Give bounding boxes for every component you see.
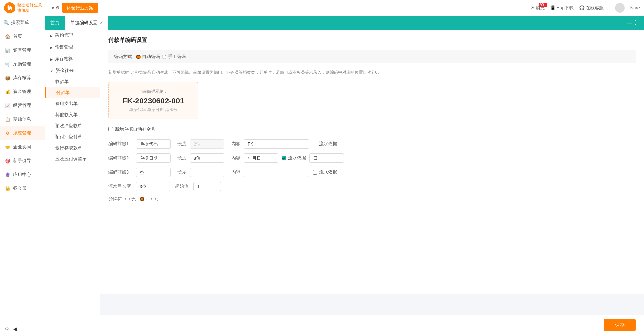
settings-icon[interactable]: ⚙ <box>5 326 9 332</box>
tab-bar: 首页 单据编码设置 ✕ — ⛶ <box>45 16 644 30</box>
subnav-purchase-header[interactable]: 采购管理 <box>45 30 100 41</box>
auto-encode-radio[interactable] <box>136 55 141 59</box>
subnav-sales-header[interactable]: 销售管理 <box>45 41 100 53</box>
tab-home[interactable]: 首页 <box>45 16 65 30</box>
sidebar-item-inventory[interactable]: 📦 库存核算 <box>0 71 45 85</box>
search-icon: 🔍 <box>3 20 9 25</box>
field1-select[interactable]: 单据代码 <box>136 139 171 149</box>
subnav-group-finance: 资金往来 收款单 付款单 费用支出单 其他收入单 预收冲应收单 预付冲应付单 银… <box>45 65 100 165</box>
sep-dash-text: - <box>146 196 147 202</box>
subnav-item-expense[interactable]: 费用支出单 <box>45 98 100 109</box>
sidebar-item-basic[interactable]: 📋 基础信息 <box>0 112 45 126</box>
sidebar-item-sales[interactable]: 📊 销售管理 <box>0 43 45 57</box>
manual-encode-radio[interactable] <box>162 55 166 59</box>
sep-none-radio[interactable] <box>125 197 130 201</box>
subnav-finance-items: 收款单 付款单 费用支出单 其他收入单 预收冲应收单 预付冲应付单 银行存取款单… <box>45 76 100 165</box>
subnav-item-prepay-offset[interactable]: 预收冲应收单 <box>45 120 100 131</box>
chevron-down-icon <box>50 68 54 73</box>
manual-encode-radio-label[interactable]: 手工编码 <box>162 54 186 60</box>
sidebar-item-guide[interactable]: 🎯 新手引导 <box>0 154 45 168</box>
field-row-3: 编码前缀3 空 长度 <box>108 168 636 177</box>
field2-select[interactable]: 单据日期 <box>136 153 171 163</box>
sep-dash-label[interactable]: - <box>140 196 147 202</box>
sidebar-item-system[interactable]: ⚙ 系统管理 <box>0 126 45 140</box>
code-example-box: 当前编码示例： FK-20230602-001 单据代码-单据日期-流水号 <box>108 82 198 119</box>
code-example-value: FK-20230602-001 <box>117 96 190 105</box>
app-download-button[interactable]: 📱 App下载 <box>550 5 574 11</box>
sidebar-item-home[interactable]: 🏠 首页 <box>0 29 45 43</box>
sep-dash-radio[interactable] <box>140 197 144 201</box>
sidebar-search[interactable]: 🔍 搜索菜单 <box>0 16 45 29</box>
field1-content-input[interactable] <box>244 139 309 149</box>
sidebar-item-finance[interactable]: 💰 资金管理 <box>0 85 45 99</box>
message-button[interactable]: ✉ 消息 99+ <box>531 5 545 11</box>
field2-serial-checkbox[interactable] <box>282 156 286 160</box>
finance-icon: 💰 <box>5 89 10 94</box>
sidebar-item-appcenter[interactable]: 🔮 应用中心 <box>0 168 45 182</box>
code-example-desc: 单据代码-单据日期-流水号 <box>117 107 190 113</box>
field3-serial-checkbox[interactable] <box>313 170 317 175</box>
enterprise-icon: 🤝 <box>5 144 10 150</box>
field3-content-input[interactable] <box>244 168 309 177</box>
purchase-icon: 🛒 <box>5 61 10 67</box>
subnav-sales-label: 销售管理 <box>55 44 73 50</box>
sidebar-item-label: 销售管理 <box>13 47 31 53</box>
subnav-item-advance-offset[interactable]: 预付冲应付单 <box>45 131 100 142</box>
tab-maximize-button[interactable]: ⛶ <box>635 20 641 26</box>
sidebar-item-management[interactable]: 📈 经营管理 <box>0 99 45 112</box>
sidebar-item-label: 新手引导 <box>13 158 31 164</box>
subnav-item-other-income[interactable]: 其他收入单 <box>45 109 100 120</box>
subnav-inventory-header[interactable]: 库存核算 <box>45 53 100 64</box>
field3-serial-text: 流水依据 <box>319 169 337 175</box>
sidebar-item-purchase[interactable]: 🛒 采购管理 <box>0 57 45 71</box>
tab-close-icon[interactable]: ✕ <box>99 20 103 25</box>
auto-encode-radio-label[interactable]: 自动编码 <box>136 54 160 60</box>
subnav-group-inventory: 库存核算 <box>45 53 100 64</box>
field1-serial-label[interactable]: 流水依据 <box>313 141 337 147</box>
header-dropdown[interactable]: ▾ ⚙ <box>52 5 60 10</box>
field2-serial-unit-select[interactable]: 日 <box>309 153 344 163</box>
tab-minimize-button[interactable]: — <box>627 20 632 26</box>
header-nav: ▾ ⚙ 体验行业方案 <box>52 3 98 13</box>
field1-content-label: 内容 <box>231 141 240 147</box>
field3-serial-label[interactable]: 流水依据 <box>313 169 337 175</box>
subnav-item-bank[interactable]: 银行存取款单 <box>45 142 100 153</box>
home-icon: 🏠 <box>5 34 10 39</box>
sidebar-item-member[interactable]: 👑 畅会员 <box>0 182 45 195</box>
collapse-icon[interactable]: ◀ <box>13 326 17 332</box>
app-download-label: App下载 <box>557 5 574 11</box>
serial-length-select[interactable]: 3位 <box>136 182 170 191</box>
basic-icon: 📋 <box>5 117 10 122</box>
sep-dot-label[interactable]: . <box>151 196 158 202</box>
online-service-button[interactable]: 🎧 在线客服 <box>579 5 604 11</box>
appcenter-icon: 🔮 <box>5 172 10 177</box>
subnav-inventory-label: 库存核算 <box>55 56 73 62</box>
sep-none-label[interactable]: 无 <box>125 196 136 202</box>
field1-serial-text: 流水依据 <box>319 141 337 147</box>
guide-icon: 🎯 <box>5 158 10 164</box>
auto-fill-checkbox[interactable] <box>108 127 113 131</box>
sep-dot-radio[interactable] <box>151 197 156 201</box>
dropdown-chevron: ▾ <box>52 5 54 10</box>
field3-select[interactable]: 空 <box>136 168 171 177</box>
field1-length-wrap: 2位 <box>190 139 224 149</box>
field1-serial-checkbox[interactable] <box>313 142 317 146</box>
field2-length-select[interactable]: 8位 <box>190 153 224 163</box>
field3-length-select[interactable] <box>190 168 224 177</box>
separator-label: 分隔符 <box>108 196 122 202</box>
sidebar-item-enterprise[interactable]: 🤝 企业协同 <box>0 140 45 154</box>
main-layout: 🔍 搜索菜单 🏠 首页 📊 销售管理 🛒 采购管理 📦 库存核算 💰 资金管理 … <box>0 16 644 335</box>
subnav-item-ar-ap-adjust[interactable]: 应收应付调整单 <box>45 153 100 165</box>
encoding-mode-row: 编码方式 自动编码 手工编码 <box>108 50 636 63</box>
subnav-item-receipt[interactable]: 收款单 <box>45 76 100 87</box>
field2-serial-label[interactable]: 流水依据 <box>282 155 306 161</box>
sep-none-text: 无 <box>131 196 136 202</box>
start-value-input[interactable] <box>193 182 221 191</box>
field2-content-select[interactable]: 年月日 <box>244 153 278 163</box>
header-divider <box>609 5 609 11</box>
exp-button[interactable]: 体验行业方案 <box>62 3 98 13</box>
save-button[interactable]: 保存 <box>604 319 636 331</box>
tab-encoding-settings[interactable]: 单据编码设置 ✕ <box>65 16 108 30</box>
subnav-finance-header[interactable]: 资金往来 <box>45 65 100 76</box>
subnav-item-payment[interactable]: 付款单 <box>45 87 100 98</box>
